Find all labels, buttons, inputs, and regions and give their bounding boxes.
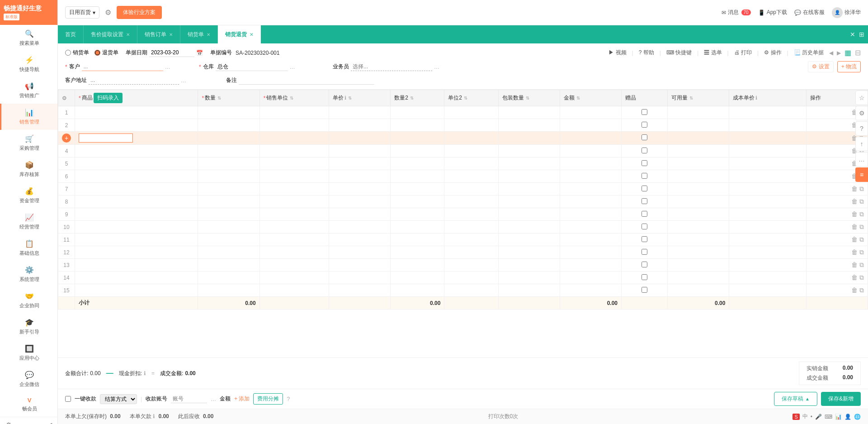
warehouse-input[interactable] bbox=[216, 62, 288, 71]
sidebar-item-capital[interactable]: 💰 资金管理 bbox=[0, 182, 57, 209]
toolbar-help[interactable]: ? 帮助 bbox=[637, 48, 656, 57]
settings-button[interactable]: ⚙ 设置 bbox=[808, 61, 833, 72]
one-click-collect-checkbox[interactable] bbox=[65, 396, 71, 402]
unit2-cell-active[interactable] bbox=[444, 132, 498, 145]
sidebar-item-sales[interactable]: 📊 销售管理 bbox=[0, 104, 57, 130]
topbar-gear-icon[interactable]: ⚙ bbox=[105, 8, 111, 17]
side-action-4[interactable]: ↑ bbox=[855, 137, 868, 151]
toolbar-select[interactable]: ☰ 选单 bbox=[702, 48, 723, 57]
delete-row-icon[interactable]: 🗑 bbox=[851, 286, 858, 294]
amount-cell-active[interactable] bbox=[560, 132, 621, 145]
sidebar-item-search[interactable]: 🔍 搜索菜单 bbox=[0, 25, 57, 51]
sidebar-item-shortcut[interactable]: ⚡ 快捷导航 bbox=[0, 51, 57, 77]
salesperson-more-icon[interactable]: … bbox=[434, 64, 439, 70]
toolbar-print[interactable]: 🖨 打印 bbox=[732, 48, 754, 57]
calendar-icon[interactable]: 📅 bbox=[196, 50, 203, 56]
cost-price-info-icon[interactable]: ℹ bbox=[755, 95, 757, 101]
sales-unit-cell[interactable] bbox=[259, 106, 329, 119]
collapse-icon[interactable]: ◀ bbox=[47, 421, 52, 424]
unit2-sort-icon[interactable]: ⇅ bbox=[464, 95, 467, 100]
scan-button[interactable]: 扫码录入 bbox=[94, 93, 123, 103]
quantity2-cell-active[interactable] bbox=[391, 132, 444, 145]
unit2-cell[interactable] bbox=[444, 119, 498, 132]
gift-checkbox[interactable] bbox=[642, 122, 647, 128]
toolbar-prev-icon[interactable]: ◀ bbox=[829, 50, 833, 56]
tab-sales-return[interactable]: 销货退货 ✕ bbox=[218, 25, 261, 43]
copy-row-icon[interactable]: ⧉ bbox=[859, 198, 864, 205]
experience-btn[interactable]: 体验行业方案 bbox=[117, 6, 162, 19]
delete-row-icon[interactable]: 🗑 bbox=[851, 223, 858, 231]
add-payment-button[interactable]: + 添加 bbox=[234, 395, 250, 403]
sales-unit-cell[interactable] bbox=[259, 119, 329, 132]
tab-sales-delivery[interactable]: 销货单 ✕ bbox=[180, 25, 218, 43]
product-cell[interactable] bbox=[75, 119, 198, 132]
gift-cell[interactable] bbox=[621, 106, 667, 119]
settle-method-select[interactable]: 结算方式 bbox=[100, 394, 137, 404]
date-input[interactable] bbox=[149, 48, 194, 57]
amount-cell[interactable] bbox=[560, 119, 621, 132]
gift-checkbox[interactable] bbox=[642, 109, 647, 115]
sidebar-item-guide[interactable]: 🎓 新手引导 bbox=[0, 314, 57, 340]
delete-row-icon[interactable]: 🗑 bbox=[851, 274, 858, 281]
cost-price-cell[interactable] bbox=[729, 119, 806, 132]
available-sort-icon[interactable]: ⇅ bbox=[689, 95, 693, 100]
pack-qty-cell[interactable] bbox=[498, 119, 560, 132]
copy-row-icon[interactable]: ⧉ bbox=[859, 185, 864, 193]
radio-delivery[interactable]: 销货单 bbox=[65, 49, 89, 57]
unit-price-info-icon[interactable]: ℹ bbox=[344, 95, 346, 101]
toolbar-video[interactable]: ▶ 视频 bbox=[607, 48, 628, 57]
amount-sort-icon[interactable]: ⇅ bbox=[576, 95, 580, 100]
delete-row-icon[interactable]: 🗑 bbox=[851, 248, 858, 256]
sidebar-item-system[interactable]: ⚙️ 系统管理 bbox=[0, 261, 57, 287]
tab-sales-order[interactable]: 销售订单 ✕ bbox=[137, 25, 180, 43]
sidebar-item-inventory[interactable]: 📦 库存核算 bbox=[0, 156, 57, 182]
sales-unit-cell-active[interactable] bbox=[259, 132, 329, 145]
tab-sales-return-close[interactable]: ✕ bbox=[250, 32, 253, 37]
delete-row-icon[interactable]: 🗑 bbox=[851, 261, 858, 269]
copy-row-icon[interactable]: ⧉ bbox=[859, 210, 864, 218]
user-menu[interactable]: 👤 徐泽华 bbox=[832, 7, 861, 18]
copy-row-icon[interactable]: ⧉ bbox=[859, 261, 864, 269]
pack-qty-sort-icon[interactable]: ⇅ bbox=[526, 95, 529, 100]
delete-row-icon[interactable]: 🗑 bbox=[851, 198, 858, 205]
cash-discount-info-icon[interactable]: ℹ bbox=[144, 370, 146, 376]
toolbar-grid1-icon[interactable]: ▦ bbox=[844, 48, 851, 57]
save-draft-button[interactable]: 保存草稿 ▲ bbox=[774, 392, 817, 406]
delete-row-icon[interactable]: 🗑 bbox=[851, 210, 858, 218]
available-cell[interactable] bbox=[668, 106, 729, 119]
app-download-button[interactable]: 📱 App下载 bbox=[758, 9, 787, 16]
unit-price-cell-active[interactable] bbox=[329, 132, 390, 145]
radio-return-input[interactable] bbox=[94, 50, 100, 56]
save-new-button[interactable]: 保存&新增 bbox=[821, 392, 861, 406]
salesperson-input[interactable] bbox=[351, 62, 432, 71]
messages-button[interactable]: ✉ 消息 70 bbox=[722, 9, 751, 16]
toolbar-shortcut[interactable]: ⌨ 快捷键 bbox=[665, 48, 693, 57]
delete-row-icon[interactable]: 🗑 bbox=[851, 236, 858, 243]
current-debt-info-icon[interactable]: ℹ bbox=[153, 413, 155, 419]
radio-return[interactable]: 退货单 bbox=[94, 49, 118, 57]
unit-price-cell[interactable] bbox=[329, 119, 390, 132]
customer-input[interactable] bbox=[82, 62, 163, 71]
quantity-cell[interactable] bbox=[198, 106, 259, 119]
fee-split-button[interactable]: 费用分摊 bbox=[253, 393, 283, 405]
gear-col-icon[interactable]: ⚙ bbox=[62, 95, 67, 101]
toolbar-grid2-icon[interactable]: ⊟ bbox=[855, 48, 861, 57]
sidebar-item-apps[interactable]: 🔲 应用中心 bbox=[0, 340, 57, 366]
available-cell[interactable] bbox=[668, 119, 729, 132]
side-action-orange[interactable]: ≡ bbox=[855, 167, 868, 182]
quantity2-sort-icon[interactable]: ⇅ bbox=[410, 95, 414, 100]
unit2-cell[interactable] bbox=[444, 106, 498, 119]
copy-row-icon[interactable]: ⧉ bbox=[859, 236, 864, 243]
sidebar-item-wechat[interactable]: 💬 企业微信 bbox=[0, 366, 57, 392]
tab-price-setting-close[interactable]: ✕ bbox=[126, 32, 130, 37]
radio-delivery-input[interactable] bbox=[65, 50, 71, 56]
unit-price-sort-icon[interactable]: ⇅ bbox=[348, 95, 352, 100]
available-cell-active[interactable] bbox=[668, 132, 729, 145]
pack-qty-cell[interactable] bbox=[498, 106, 560, 119]
side-action-2[interactable]: ⚙ bbox=[855, 106, 868, 120]
tab-sales-delivery-close[interactable]: ✕ bbox=[207, 32, 210, 37]
unit-price-cell[interactable] bbox=[329, 106, 390, 119]
add-logistics-button[interactable]: + 物流 bbox=[837, 61, 861, 72]
sales-unit-sort-icon[interactable]: ⇅ bbox=[290, 95, 293, 100]
cost-price-cell[interactable] bbox=[729, 106, 806, 119]
